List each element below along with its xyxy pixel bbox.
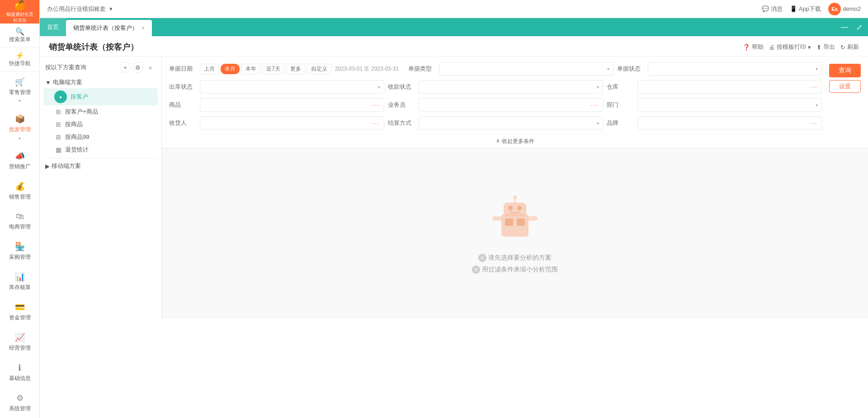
settings-button[interactable]: 设置 [829,80,861,93]
sidebar-quicknav[interactable]: ⚡ 快捷导航 [0,48,40,71]
return-stats-icon: ▦ [54,146,62,154]
tree-item-by-customer-goods[interactable]: ⊞ 按客户+商品 [43,105,158,118]
sidebar: 🍊 畅捷通好生意 标准版 🔍 搜索菜单 ⚡ 快捷导航 🛒 零售管理 ▾ 📦 批发… [0,0,40,418]
nav-label: 快捷导航 [0,60,40,67]
receipt-status-select[interactable]: ▾ [419,80,603,94]
maximize-window-icon[interactable]: ⤢ [854,22,864,33]
refresh-button[interactable]: ↻ 刷新 [840,43,859,51]
sidebar-item-marketing[interactable]: 📣 营销推广 [0,146,40,176]
sidebar-item-purchase[interactable]: 🏪 采购管理 [0,236,40,266]
app-download-button[interactable]: 📱 App下载 [790,5,821,13]
brand-group: 品牌 ··· [607,116,822,130]
warehouse-select[interactable]: ··· [637,80,822,94]
minimize-window-icon[interactable]: — [839,22,850,33]
refresh-icon: ↻ [840,44,845,51]
date-btn-7days[interactable]: 近7天 [262,64,284,74]
by-goods-99-label: 按商品99 [65,133,89,141]
tree-item-by-customer[interactable]: ● 按客户 [43,88,158,105]
page-title-actions: ❓ 帮助 🖨 按模板打印 ▾ ⬆ 导出 ↻ 刷新 [743,43,859,51]
tree-item-by-goods[interactable]: ⊞ 按商品 [43,118,158,131]
goods-label: 商品 [169,101,196,109]
retail-icon: 🛒 [15,77,25,87]
app-logo[interactable]: 🍊 畅捷通好生意 标准版 [0,0,40,24]
purchase-label: 采购管理 [9,253,31,261]
out-status-select[interactable]: ▾ [200,80,384,94]
filter-row-4: 收货人 ··· 结算方式 [169,116,822,130]
warehouse-group: 仓库 ··· [607,80,822,94]
message-button[interactable]: 💬 消息 [762,5,783,13]
tree-separator [43,158,158,158]
help-label: 帮助 [752,43,764,51]
sidebar-item-finance[interactable]: 💳 资金管理 [0,297,40,327]
filter-action-buttons: 查询 设置 [829,62,861,95]
desktop-section-header[interactable]: ▼ 电脑端方案 [43,76,158,88]
tree-item-return-stats[interactable]: ▦ 退货统计 [43,143,158,156]
department-select[interactable]: ▾ [637,98,822,112]
date-btn-this-month[interactable]: 本月 [221,64,240,74]
add-scheme-button[interactable]: + [120,62,131,73]
tab-active[interactable]: 销货单统计表（按客户） × [66,20,152,36]
sidebar-search[interactable]: 🔍 搜索菜单 [0,24,40,48]
inventory-icon: 📊 [15,272,25,282]
sidebar-item-wholesale[interactable]: 📦 批发管理 ▴ [0,109,40,146]
order-type-label: 单据类型 [408,65,435,73]
mobile-section-header[interactable]: ▶ 移动端方案 [43,160,158,172]
left-panel: 按以下方案查询 + ⚙ « ▼ 电脑端方案 [40,57,162,319]
retail-label: 零售管理 [9,89,31,96]
order-type-arrow-icon: ▾ [607,66,609,71]
settlement-select[interactable]: ▾ [419,116,603,130]
tree-item-by-goods-99[interactable]: ⊞ 按商品99 [43,131,158,143]
sidebar-item-basic[interactable]: ℹ 基础信息 [0,357,40,388]
mobile-section-label: 移动端方案 [52,162,81,170]
collapse-panel-button[interactable]: « [145,62,156,73]
help-button[interactable]: ❓ 帮助 [743,43,764,51]
date-picker-group: 上月 本月 本年 近7天 更多 自定义 2023-03-01 至 2023-03… [200,64,405,74]
sidebar-item-inventory[interactable]: 📊 库存核算 [0,266,40,297]
content-area: 按以下方案查询 + ⚙ « ▼ 电脑端方案 [40,57,868,319]
operations-icon: 📈 [15,332,25,342]
consignee-select[interactable]: ··· [200,116,384,130]
sidebar-item-operations[interactable]: 📈 经营管理 [0,327,40,357]
sidebar-item-sales[interactable]: 💰 销售管理 [0,176,40,206]
date-btn-more[interactable]: 更多 [286,64,305,74]
consignee-group: 收货人 ··· [169,116,384,130]
date-btn-last-month[interactable]: 上月 [200,64,219,74]
empty-hint-1: ① 请先选择要分析的方案 [478,254,552,262]
svg-rect-1 [505,218,513,226]
sidebar-item-ecommerce[interactable]: 🛍 电商管理 [0,206,40,236]
by-customer-goods-icon: ⊞ [54,108,62,116]
warehouse-dots-icon: ··· [810,83,818,90]
by-goods-icon: ⊞ [54,120,62,128]
by-goods-99-icon: ⊞ [54,133,62,141]
order-type-select[interactable]: ▾ [439,62,613,76]
consignee-label: 收货人 [169,119,196,127]
sidebar-item-retail[interactable]: 🛒 零售管理 ▾ [0,71,40,109]
desktop-section-label: 电脑端方案 [53,78,82,86]
close-tab-icon[interactable]: × [142,25,145,31]
by-customer-goods-label: 按客户+商品 [65,108,98,116]
collapse-bar[interactable]: ∧ 收起更多条件 [162,134,868,148]
query-button[interactable]: 查询 [829,64,861,77]
export-button[interactable]: ⬆ 导出 [816,43,835,51]
svg-point-5 [517,206,522,210]
basic-label: 基础信息 [9,375,31,382]
date-btn-this-year[interactable]: 本年 [241,64,260,74]
collapse-icon: ∧ [496,138,500,145]
salesperson-group: 业务员 ··· [388,98,603,112]
goods-select[interactable]: ··· [200,98,384,112]
order-status-select[interactable]: ▾ [648,62,822,76]
operations-label: 经营管理 [9,344,31,352]
system-label: 系统管理 [9,405,31,413]
tab-home[interactable]: 首页 [40,18,66,36]
print-icon: 🖨 [769,44,775,51]
setting-scheme-button[interactable]: ⚙ [132,62,143,73]
salesperson-select[interactable]: ··· [419,98,603,112]
by-goods-label: 按商品 [65,120,83,128]
sidebar-item-system[interactable]: ⚙ 系统管理 [0,388,40,418]
date-btn-custom[interactable]: 自定义 [307,64,331,74]
brand-select[interactable]: ··· [637,116,822,130]
svg-rect-2 [517,218,525,226]
marketing-icon: 📣 [15,151,25,161]
user-profile[interactable]: Ea demo2 [828,3,861,15]
print-button[interactable]: 🖨 按模板打印 ▾ [769,43,811,51]
